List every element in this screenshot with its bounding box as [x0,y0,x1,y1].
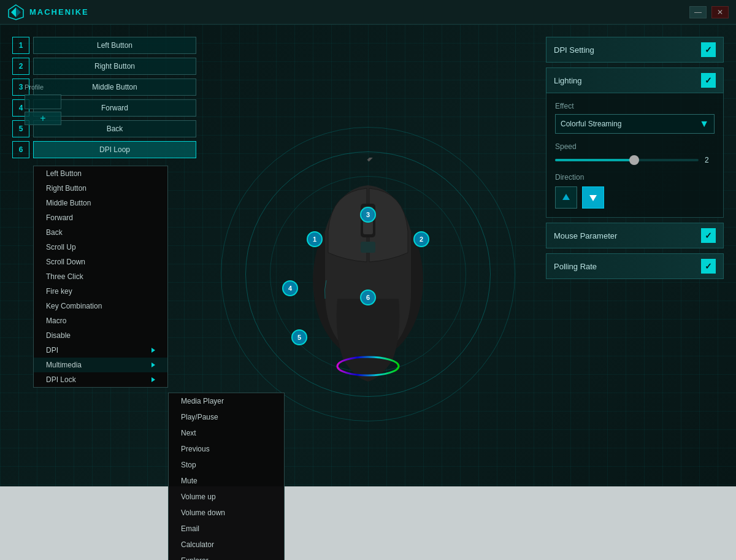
dropdown-item-macro[interactable]: Macro [34,313,167,328]
lighting-section: Lighting ✓ Effect Colorful Streaming ▼ S… [546,67,724,218]
mouse-parameter-section: Mouse Parameter ✓ [546,223,724,248]
direction-buttons [555,186,715,209]
submenu-item-play-pause[interactable]: Play/Pause [169,409,284,425]
svg-rect-6 [361,242,375,253]
speed-value: 2 [705,156,715,164]
multimedia-submenu: Media Player Play/Pause Next Previous St… [168,393,285,560]
speed-slider-track [555,159,699,161]
mouse-badge-4: 4 [282,280,298,296]
add-profile-button[interactable]: + [25,112,61,125]
mouse-button-row-1: 1 Left Button [12,37,196,54]
logo-icon [7,4,25,21]
right-panel: DPI Setting ✓ Lighting ✓ Effect Colorful… [546,37,724,284]
mouse-button-row-2: 2 Right Button [12,58,196,75]
svg-marker-2 [16,7,21,17]
title-bar: MACHENIKE — ✕ [0,0,736,25]
mouse-badge-1: 1 [307,231,323,247]
lighting-chevron: ✓ [701,73,716,88]
lighting-content: Effect Colorful Streaming ▼ Speed 2 [546,93,724,218]
mouse-button-row-6: 6 DPI Loop [12,141,196,158]
mouse-badge-6: 6 [360,290,376,305]
arrow-down-icon [588,193,598,202]
button-dropdown: Left Button Right Button Middle Button F… [33,166,168,388]
mouse-button-2[interactable]: Right Button [33,58,196,75]
logo: MACHENIKE [7,4,89,21]
polling-rate-chevron: ✓ [701,259,716,274]
profile-input[interactable] [25,94,61,109]
dropdown-item-back[interactable]: Back [34,225,167,240]
direction-section: Direction [555,173,715,209]
dropdown-item-right-button[interactable]: Right Button [34,181,167,196]
mouse-badge-2: 2 [413,231,429,247]
app-title: MACHENIKE [29,7,89,17]
dropdown-item-dpi-lock[interactable]: DPI Lock [34,372,167,387]
speed-slider-row: 2 [555,156,715,164]
submenu-item-mute[interactable]: Mute [169,473,284,489]
minimize-button[interactable]: — [689,6,707,18]
submenu-item-media-player[interactable]: Media Player [169,393,284,409]
direction-label: Direction [555,173,715,182]
dropdown-item-disable[interactable]: Disable [34,328,167,343]
left-panel: 1 Left Button 2 Right Button 3 Middle Bu… [12,37,196,162]
svg-marker-1 [11,7,16,17]
dpi-setting-label: DPI Setting [554,45,594,55]
dpi-setting-header[interactable]: DPI Setting ✓ [546,37,724,63]
submenu-item-explorer[interactable]: Explorer [169,553,284,560]
window-controls: — ✕ [689,6,729,18]
speed-slider-thumb[interactable] [629,155,639,165]
speed-section: Speed 2 [555,142,715,164]
button-num-6: 6 [12,141,29,158]
submenu-item-email[interactable]: Email [169,521,284,537]
effect-row: Effect Colorful Streaming ▼ [555,102,715,134]
select-arrow-icon: ▼ [699,118,709,129]
mouse-badge-3: 3 [360,207,376,223]
button-num-1: 1 [12,37,29,54]
button-num-2: 2 [12,58,29,75]
dropdown-item-scroll-down[interactable]: Scroll Down [34,255,167,269]
dropdown-item-multimedia[interactable]: Multimedia [34,358,167,372]
profile-label: Profile [25,83,61,91]
effect-value: Colorful Streaming [561,120,621,128]
direction-up-button[interactable] [555,186,577,209]
arrow-up-icon [561,193,571,202]
submenu-item-volume-down[interactable]: Volume down [169,505,284,521]
dropdown-item-middle-button[interactable]: Middle Button [34,196,167,210]
submenu-item-volume-up[interactable]: Volume up [169,489,284,505]
submenu-item-previous[interactable]: Previous [169,441,284,457]
dropdown-item-three-click[interactable]: Three Click [34,269,167,284]
dpi-setting-section: DPI Setting ✓ [546,37,724,63]
mouse-button-6[interactable]: DPI Loop [33,141,196,158]
mouse-container: 1 2 3 4 5 6 [288,158,448,391]
effect-select[interactable]: Colorful Streaming ▼ [555,114,715,134]
close-button[interactable]: ✕ [711,6,729,18]
submenu-item-calculator[interactable]: Calculator [169,537,284,553]
mouse-parameter-header[interactable]: Mouse Parameter ✓ [546,223,724,248]
polling-rate-label: Polling Rate [554,262,597,271]
dropdown-item-key-combination[interactable]: Key Combination [34,299,167,313]
speed-label: Speed [555,142,715,151]
lighting-label: Lighting [554,76,582,85]
direction-down-button[interactable] [582,186,604,209]
submenu-item-next[interactable]: Next [169,425,284,441]
effect-label: Effect [555,102,715,110]
dropdown-item-forward[interactable]: Forward [34,210,167,225]
dropdown-item-dpi[interactable]: DPI [34,343,167,358]
mouse-parameter-chevron: ✓ [701,228,716,243]
mouse-image [288,158,448,391]
main-content: 1 Left Button 2 Right Button 3 Middle Bu… [0,25,736,560]
polling-rate-header[interactable]: Polling Rate ✓ [546,253,724,279]
dropdown-item-left-button[interactable]: Left Button [34,166,167,181]
dpi-setting-chevron: ✓ [701,42,716,57]
mouse-parameter-label: Mouse Parameter [554,231,617,240]
bottom-gray-area [0,486,736,560]
profile-section: Profile + [25,83,61,125]
submenu-item-stop[interactable]: Stop [169,457,284,473]
mouse-badge-5: 5 [291,329,307,345]
dropdown-item-fire-key[interactable]: Fire key [34,284,167,299]
mouse-button-1[interactable]: Left Button [33,37,196,54]
speed-slider-fill [555,159,634,161]
dropdown-item-scroll-up[interactable]: Scroll Up [34,240,167,255]
lighting-header[interactable]: Lighting ✓ [546,67,724,93]
polling-rate-section: Polling Rate ✓ [546,253,724,279]
